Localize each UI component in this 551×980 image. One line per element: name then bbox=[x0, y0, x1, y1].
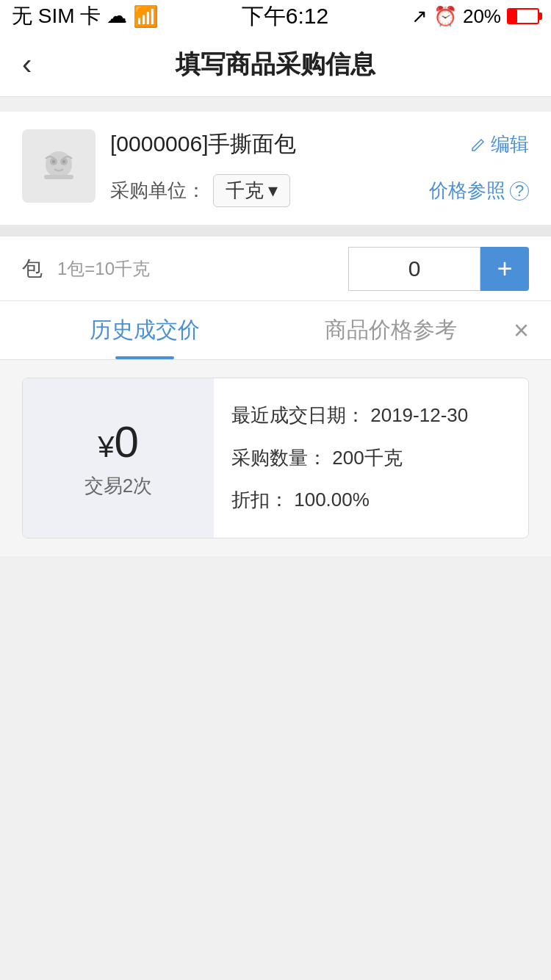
discount-label: 折扣： bbox=[231, 489, 289, 511]
quantity-input-group: 0 + bbox=[348, 247, 529, 291]
trade-count: 交易2次 bbox=[84, 473, 152, 499]
tab-product-price-ref[interactable]: 商品价格参考 bbox=[267, 301, 513, 359]
tabs-bar: 历史成交价 商品价格参考 × bbox=[0, 301, 551, 360]
price-display: ¥ 0 bbox=[98, 417, 139, 467]
edit-button[interactable]: 编辑 bbox=[470, 131, 529, 157]
price-card: ¥ 0 交易2次 最近成交日期： 2019-12-30 采购数量： 200千克 … bbox=[22, 378, 529, 538]
header: ‹ 填写商品采购信息 bbox=[0, 32, 551, 97]
price-reference-btn[interactable]: 价格参照 ? bbox=[429, 178, 529, 203]
product-name-row: [0000006]手撕面包 编辑 bbox=[110, 129, 529, 159]
unit-selector[interactable]: 千克 ▾ bbox=[213, 174, 290, 207]
sim-label: 无 SIM 卡 ☁ bbox=[12, 2, 127, 30]
product-logo bbox=[37, 144, 81, 188]
svg-point-0 bbox=[46, 151, 72, 178]
unit-label: 采购单位： 千克 ▾ bbox=[110, 174, 290, 207]
status-left: 无 SIM 卡 ☁ 📶 bbox=[12, 2, 159, 30]
purchase-quantity-value: 200千克 bbox=[332, 447, 402, 469]
edit-icon bbox=[470, 137, 486, 153]
location-icon: ↗ bbox=[411, 5, 428, 28]
product-image bbox=[22, 129, 96, 203]
back-button[interactable]: ‹ bbox=[22, 48, 32, 81]
quantity-input[interactable]: 0 bbox=[348, 247, 480, 291]
unit-row: 采购单位： 千克 ▾ 价格参照 ? bbox=[110, 174, 529, 207]
product-name: [0000006]手撕面包 bbox=[110, 129, 296, 159]
wifi-icon: 📶 bbox=[133, 4, 159, 29]
page-title: 填写商品采购信息 bbox=[176, 48, 375, 82]
divider-bar bbox=[0, 225, 551, 237]
battery-percent: 20% bbox=[463, 5, 501, 28]
recent-date-row: 最近成交日期： 2019-12-30 bbox=[231, 400, 511, 431]
price-left-panel: ¥ 0 交易2次 bbox=[23, 378, 214, 538]
product-info: [0000006]手撕面包 编辑 采购单位： 千克 ▾ 价格参照 ? bbox=[110, 129, 529, 207]
tab-product-price-ref-label: 商品价格参考 bbox=[325, 315, 457, 345]
tab-underline bbox=[115, 356, 174, 359]
quantity-unit-label: 包 bbox=[22, 255, 43, 283]
tab-history-price-label: 历史成交价 bbox=[90, 315, 200, 345]
purchase-quantity-row: 采购数量： 200千克 bbox=[231, 443, 511, 474]
price-amount: 0 bbox=[114, 417, 138, 467]
discount-value: 100.00% bbox=[294, 489, 370, 511]
recent-date-value: 2019-12-30 bbox=[370, 404, 468, 426]
history-section: ¥ 0 交易2次 最近成交日期： 2019-12-30 采购数量： 200千克 … bbox=[0, 360, 551, 556]
recent-date-label: 最近成交日期： bbox=[231, 404, 365, 426]
product-card: [0000006]手撕面包 编辑 采购单位： 千克 ▾ 价格参照 ? bbox=[0, 112, 551, 225]
status-bar: 无 SIM 卡 ☁ 📶 下午6:12 ↗ ⏰ 20% bbox=[0, 0, 551, 32]
status-right: ↗ ⏰ 20% bbox=[411, 5, 539, 28]
currency-symbol: ¥ bbox=[98, 430, 114, 464]
alarm-icon: ⏰ bbox=[433, 5, 457, 28]
quantity-hint: 1包=10千克 bbox=[57, 257, 150, 281]
price-right-panel: 最近成交日期： 2019-12-30 采购数量： 200千克 折扣： 100.0… bbox=[214, 378, 528, 538]
svg-point-4 bbox=[62, 160, 65, 163]
discount-row: 折扣： 100.00% bbox=[231, 485, 511, 516]
quantity-row: 包 1包=10千克 0 + bbox=[0, 237, 551, 301]
battery-icon bbox=[507, 8, 539, 24]
quantity-plus-button[interactable]: + bbox=[480, 247, 529, 291]
price-ref-icon: ? bbox=[510, 181, 529, 201]
svg-rect-5 bbox=[44, 175, 73, 179]
svg-point-3 bbox=[52, 160, 55, 163]
status-time: 下午6:12 bbox=[242, 1, 328, 32]
close-button[interactable]: × bbox=[514, 315, 529, 346]
dropdown-icon: ▾ bbox=[268, 179, 278, 202]
purchase-quantity-label: 采购数量： bbox=[231, 447, 327, 469]
tab-history-price[interactable]: 历史成交价 bbox=[22, 301, 267, 359]
